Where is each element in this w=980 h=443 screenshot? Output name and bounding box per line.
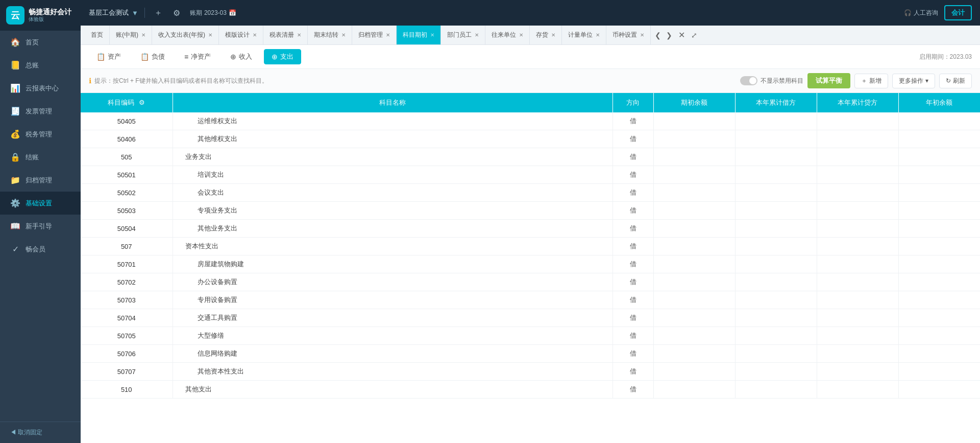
tab-close-icon[interactable]: ✕ [430, 32, 434, 38]
filter-tab-expense[interactable]: ⊕支出 [264, 49, 301, 64]
tab-close-icon[interactable]: ✕ [475, 32, 479, 38]
user-role-btn[interactable]: 会计 [944, 5, 972, 20]
cell-year-balance [898, 202, 980, 220]
content-area: 📋资产📋负债≡净资产⊕收入⊕支出启用期间：2023.03 ℹ 提示：按Ctrl … [81, 45, 980, 443]
topbar-settings-btn[interactable]: ⚙ [169, 6, 184, 20]
table-row[interactable]: 50701 房屋建筑物购建 借 [81, 255, 980, 273]
table-row[interactable]: 50707 其他资本性支出 借 [81, 363, 980, 381]
th-gear-icon[interactable]: ⚙ [139, 99, 145, 106]
sidebar-item-home[interactable]: 🏠首页 [0, 31, 81, 54]
add-btn[interactable]: ＋ 新增 [854, 74, 888, 88]
tab-scroll-left-btn[interactable]: ❮ [653, 30, 663, 40]
sidebar-item-closing[interactable]: 🔒结账 [0, 146, 81, 169]
balance-btn[interactable]: 试算平衡 [807, 73, 850, 88]
cell-code: 505 [81, 148, 173, 166]
cell-direction: 借 [612, 327, 653, 345]
cell-code: 510 [81, 381, 173, 399]
table-row[interactable]: 50503 专项业务支出 借 [81, 202, 980, 220]
tab-账(中期)[interactable]: 账(中期)✕ [110, 26, 152, 45]
table-row[interactable]: 50706 信息网络购建 借 [81, 345, 980, 363]
sidebar-item-member[interactable]: ✓畅会员 [0, 238, 81, 261]
tab-close-icon[interactable]: ✕ [551, 32, 555, 38]
table-row[interactable]: 50405 运维维权支出 借 [81, 112, 980, 130]
sidebar-item-guide[interactable]: 📖新手引导 [0, 215, 81, 238]
cell-name: 信息网络购建 [173, 345, 612, 363]
tab-存货[interactable]: 存货✕ [530, 26, 562, 45]
tab-label: 账(中期) [116, 31, 138, 39]
tab-收入支出表(年报)[interactable]: 收入支出表(年报)✕ [152, 26, 219, 45]
sidebar-collapse-btn[interactable]: ◀ 取消固定 [0, 422, 81, 443]
cell-ytd-credit [817, 327, 898, 345]
table-row[interactable]: 50705 大型修缮 借 [81, 327, 980, 345]
tab-首页[interactable]: 首页 [85, 26, 110, 45]
tab-币种设置[interactable]: 币种设置✕ [606, 26, 651, 45]
topbar-add-btn[interactable]: ＋ [151, 6, 165, 20]
table-row[interactable]: 50703 专用设备购置 借 [81, 291, 980, 309]
tab-close-icon[interactable]: ✕ [297, 32, 301, 38]
tab-close-icon[interactable]: ✕ [341, 32, 346, 38]
tab-归档管理[interactable]: 归档管理✕ [352, 26, 397, 45]
table-row[interactable]: 507 资本性支出 借 [81, 238, 980, 255]
sidebar-item-ledger[interactable]: 📒总账 [0, 54, 81, 77]
tab-scroll-right-btn[interactable]: ❯ [664, 30, 674, 40]
support-btn[interactable]: 🎧 人工咨询 [904, 9, 938, 17]
table-row[interactable]: 50502 会议支出 借 [81, 184, 980, 202]
sidebar-item-settings[interactable]: ⚙️基础设置 [0, 192, 81, 215]
table-row[interactable]: 510 其他支出 借 [81, 381, 980, 399]
cell-code: 50706 [81, 345, 173, 363]
tab-计量单位[interactable]: 计量单位✕ [562, 26, 606, 45]
tab-label: 模版设计 [225, 31, 250, 39]
tab-科目期初[interactable]: 科目期初✕ [397, 26, 441, 45]
filter-icon-asset: 📋 [96, 53, 105, 61]
toggle-disabled-accounts[interactable]: 不显示禁用科目 [740, 76, 803, 85]
cell-ytd-credit [817, 184, 898, 202]
calendar-icon[interactable]: 📅 [229, 9, 236, 16]
cell-period-balance [653, 202, 735, 220]
tab-close-icon[interactable]: ✕ [141, 32, 145, 38]
tab-期末结转[interactable]: 期末结转✕ [308, 26, 352, 45]
cell-ytd-credit [817, 238, 898, 255]
table-row[interactable]: 505 业务支出 借 [81, 148, 980, 166]
filter-tab-income[interactable]: ⊕收入 [223, 49, 260, 64]
tab-税表清册[interactable]: 税表清册✕ [263, 26, 308, 45]
table-row[interactable]: 50702 办公设备购置 借 [81, 273, 980, 291]
tab-close-icon[interactable]: ✕ [253, 32, 257, 38]
add-label: 新增 [869, 77, 881, 85]
tab-close-icon[interactable]: ✕ [386, 32, 390, 38]
table-row[interactable]: 50704 交通工具购置 借 [81, 309, 980, 327]
tabbar-nav: ❮ ❯ ✕ ⤢ [653, 29, 699, 41]
toggle-switch-control[interactable] [740, 76, 757, 85]
table-row[interactable]: 50501 培训支出 借 [81, 166, 980, 184]
table-row[interactable]: 50406 其他维权支出 借 [81, 130, 980, 148]
table-row[interactable]: 50504 其他业务支出 借 [81, 220, 980, 238]
tab-往来单位[interactable]: 往来单位✕ [485, 26, 530, 45]
tab-expand-btn[interactable]: ⤢ [689, 30, 699, 40]
sidebar-item-tax[interactable]: 💰税务管理 [0, 123, 81, 146]
filter-tab-net_asset[interactable]: ≡净资产 [177, 49, 218, 64]
cell-direction: 借 [612, 381, 653, 399]
tab-close-icon[interactable]: ✕ [640, 32, 644, 38]
cell-code: 50701 [81, 255, 173, 273]
cell-ytd-credit [817, 112, 898, 130]
filter-tab-asset[interactable]: 📋资产 [89, 49, 129, 64]
tab-close-all-btn[interactable]: ✕ [675, 29, 688, 41]
tab-close-icon[interactable]: ✕ [519, 32, 523, 38]
cell-year-balance [898, 327, 980, 345]
cell-ytd-credit [817, 220, 898, 238]
tab-部门员工[interactable]: 部门员工✕ [441, 26, 485, 45]
sidebar-item-invoice[interactable]: 🧾发票管理 [0, 100, 81, 123]
logo-text-group: 畅捷通好会计 体验版 [29, 8, 71, 24]
sidebar-item-reports[interactable]: 📊云报表中心 [0, 77, 81, 100]
cell-direction: 借 [612, 291, 653, 309]
company-dropdown-icon[interactable]: ▼ [132, 9, 138, 17]
cell-period-balance [653, 130, 735, 148]
cell-period-balance [653, 327, 735, 345]
more-ops-btn[interactable]: 更多操作 ▾ [892, 74, 935, 88]
tab-close-icon[interactable]: ✕ [208, 32, 212, 38]
filter-tab-liability[interactable]: 📋负债 [133, 49, 173, 64]
tab-模版设计[interactable]: 模版设计✕ [219, 26, 263, 45]
cell-year-balance [898, 112, 980, 130]
sidebar-item-archive[interactable]: 📁归档管理 [0, 169, 81, 192]
refresh-btn[interactable]: ↻ 刷新 [939, 74, 972, 88]
tab-close-icon[interactable]: ✕ [596, 32, 600, 38]
